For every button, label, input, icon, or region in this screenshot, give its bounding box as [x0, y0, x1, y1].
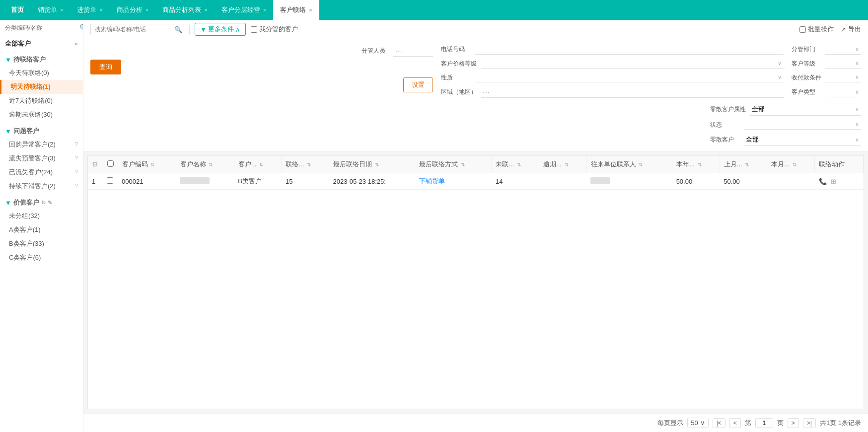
column-settings-icon[interactable]: ⚙	[92, 160, 98, 168]
more-conditions-button[interactable]: ▼ 更多条件 ∧	[195, 23, 246, 36]
sidebar-all-customers[interactable]: 全部客户 «	[0, 36, 83, 51]
extra-row-2: 零散客户属性 全部 ∨	[90, 103, 861, 116]
filter-customer-type: 客户类型 ∨	[792, 86, 861, 98]
sidebar-value-title[interactable]: ▼ 价值客户 ↻ ✎	[0, 196, 83, 209]
nav-purchase-order[interactable]: 进货单 ×	[70, 0, 109, 20]
page-number-input[interactable]	[755, 418, 773, 428]
sidebar-item-today[interactable]: 今天待联络(0)	[0, 66, 83, 80]
page-size-select[interactable]: 50 ∨	[687, 418, 708, 428]
question-icon-3: ?	[74, 169, 78, 176]
chevron-up-icon: ∧	[235, 26, 240, 33]
last-page-button[interactable]: >|	[803, 418, 816, 428]
close-product-analysis-list-icon[interactable]: ×	[204, 7, 207, 13]
nav-product-analysis[interactable]: 商品分析 ×	[110, 0, 155, 20]
last-method-link[interactable]: 下销货单	[419, 177, 445, 185]
nav-home[interactable]: 首页	[4, 0, 31, 20]
uncontacted-sort-icon: ⇅	[517, 162, 521, 167]
nav-customer-contact[interactable]: 客户联络 ×	[273, 0, 319, 20]
retail-attr-select-2[interactable]: 全部 ∨	[750, 103, 861, 116]
sidebar-item-overdue[interactable]: 逾期未联络(30)	[0, 108, 83, 122]
sidebar-problem-section: ▼ 问题客户 回购异常客户(2) ? 流失预警客户(3) ? 已流失客户(24)…	[0, 123, 83, 194]
col-uncontacted: 未联... ⇅	[492, 156, 539, 173]
retail-attr-2-chevron-icon: ∨	[855, 106, 859, 113]
sidebar-item-declining[interactable]: 持续下滑客户(2) ?	[0, 179, 83, 193]
filter-dept: 分管部门 ∨	[792, 44, 861, 55]
sidebar-item-7days[interactable]: 近7天待联络(0)	[0, 94, 83, 108]
sidebar-value-section: ▼ 价值客户 ↻ ✎ 未分组(32) A类客户(1) B类客户(33) C类客户…	[0, 194, 83, 266]
filter-customer-type-select[interactable]: ∨	[825, 87, 861, 97]
nav-customer-layered[interactable]: 客户分层经营 ×	[215, 0, 273, 20]
row-checkbox[interactable]	[107, 177, 113, 184]
sidebar-item-class-a[interactable]: A类客户(1)	[0, 223, 83, 237]
filter-buttons-col: 分管人员 ··· 查询 设置	[90, 44, 433, 98]
filter-region-select[interactable]: ···	[481, 86, 784, 98]
col-contact: 联络... ⇅	[282, 156, 329, 173]
filter-nature-select[interactable]: ∨	[475, 72, 784, 82]
row-contact-person	[586, 173, 672, 190]
filter-price-level-select[interactable]: ∨	[481, 59, 784, 69]
settings-button[interactable]: 设置	[403, 77, 433, 92]
sidebar-item-class-b[interactable]: B类客户(33)	[0, 237, 83, 251]
sidebar-item-unclassified[interactable]: 未分组(32)	[0, 209, 83, 223]
prev-page-button[interactable]: <	[729, 418, 741, 428]
row-actions-cell: 📞 ⊞	[815, 173, 864, 190]
sidebar-item-class-c[interactable]: C类客户(6)	[0, 251, 83, 265]
grid-action-icon[interactable]: ⊞	[831, 178, 836, 185]
question-icon-2: ?	[74, 155, 78, 162]
contact-person-blurred	[590, 177, 610, 184]
sidebar-pending-section: ▼ 待联络客户 今天待联络(0) 明天待联络(1) 近7天待联络(0) 逾期未联…	[0, 51, 83, 123]
search-input[interactable]	[95, 26, 174, 33]
sidebar-item-tomorrow[interactable]: 明天待联络(1)	[0, 80, 83, 94]
filter-payment-select[interactable]: ∨	[825, 72, 861, 82]
row-code: 000021	[118, 173, 176, 190]
my-customers-checkbox[interactable]	[251, 26, 257, 33]
close-sales-order-icon[interactable]: ×	[60, 7, 63, 13]
select-all-checkbox[interactable]	[107, 160, 114, 167]
filter-price-level: 客户价格等级 ∨	[441, 59, 784, 69]
next-page-button[interactable]: >	[788, 418, 799, 428]
customer-level-chevron-icon: ∨	[855, 60, 859, 67]
customer-type-chevron-icon: ∨	[855, 89, 859, 95]
sidebar-search-input[interactable]	[5, 24, 79, 31]
query-button[interactable]: 查询	[90, 60, 121, 74]
phone-action-icon[interactable]: 📞	[819, 178, 827, 185]
sidebar-pending-title[interactable]: ▼ 待联络客户	[0, 53, 83, 66]
retail-customer-select[interactable]: 全部 ∨	[744, 134, 861, 146]
filter-dept-label: 分管部门	[792, 45, 821, 54]
sidebar-problem-title[interactable]: ▼ 问题客户	[0, 125, 83, 138]
export-button[interactable]: ↗ 导出	[841, 25, 861, 34]
filter-status: 状态 ∨	[710, 120, 861, 130]
close-purchase-order-icon[interactable]: ×	[99, 7, 102, 13]
close-customer-contact-icon[interactable]: ×	[309, 7, 312, 13]
filter-search-icon[interactable]: 🔍	[174, 26, 182, 33]
value-edit-icon[interactable]: ✎	[48, 200, 52, 206]
first-page-button[interactable]: |<	[713, 418, 725, 428]
payment-chevron-icon: ∨	[855, 74, 859, 80]
sidebar-item-churn-warning[interactable]: 流失预警客户(3) ?	[0, 151, 83, 165]
filter-retail-customer: 零散客户 全部 ∨	[710, 134, 861, 146]
sidebar-item-repurchase-abnormal[interactable]: 回购异常客户(2) ?	[0, 138, 83, 151]
filter-customer-level: 客户等级 ∨	[792, 59, 861, 69]
close-customer-layered-icon[interactable]: ×	[263, 7, 266, 13]
filter-phone-input[interactable]	[475, 44, 784, 55]
sidebar-search-icon[interactable]: 🔍	[79, 24, 83, 32]
filter-region: 区域（地区） ···	[441, 86, 784, 98]
pagination-bar: 每页显示 50 ∨ |< < 第 页 > >| 共1页 1条记录	[83, 413, 868, 432]
collapse-icon: «	[74, 40, 78, 47]
type-sort-icon: ⇅	[259, 162, 263, 167]
filter-customer-level-select[interactable]: ∨	[825, 59, 861, 69]
col-this-month: 本月... ⇅	[767, 156, 815, 173]
nav-product-analysis-list[interactable]: 商品分析列表 ×	[155, 0, 214, 20]
sidebar-item-churned[interactable]: 已流失客户(24) ?	[0, 165, 83, 179]
nav-sales-order[interactable]: 销货单 ×	[31, 0, 70, 20]
batch-op-checkbox[interactable]	[799, 26, 806, 33]
filter-manager-select[interactable]: ···	[393, 45, 433, 57]
col-overdue: 逾期... ⇅	[539, 156, 587, 173]
filter-dept-select[interactable]: ∨	[825, 45, 861, 55]
filter-actions: 批量操作 ↗ 导出	[799, 25, 861, 34]
status-select[interactable]: ∨	[744, 120, 861, 130]
batch-op-button[interactable]: 批量操作	[799, 25, 834, 34]
value-refresh-icon[interactable]: ↻	[41, 200, 46, 206]
close-product-analysis-icon[interactable]: ×	[145, 7, 148, 13]
extra-row-4: 零散客户 全部 ∨	[90, 134, 861, 146]
